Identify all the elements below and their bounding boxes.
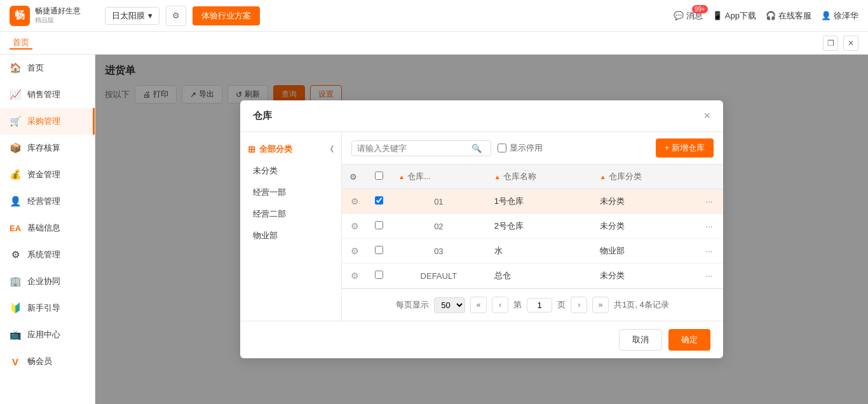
category-ops1[interactable]: 经营一部 (240, 182, 341, 203)
sidebar-item-app-center[interactable]: 📺 应用中心 (0, 321, 95, 348)
row-more-2[interactable]: ··· (698, 239, 723, 264)
category-panel: ⊞ 全部分类 《 未分类 经营一部 经营二部 物业部 (240, 132, 342, 321)
header-middle: 日太阳膜 ▾ ⚙ 体验行业方案 (105, 6, 674, 26)
row-num-0: 01 (391, 189, 487, 214)
notification-badge: 99+ (692, 5, 708, 13)
system-icon: ⚙ (10, 249, 21, 260)
table-row[interactable]: ⚙ DEFAULT 总仓 未分类 ··· (342, 264, 723, 288)
sidebar-item-basics[interactable]: EA 基础信息 (0, 215, 95, 241)
messages-button[interactable]: 💬 消息 99+ (674, 10, 703, 22)
sidebar-item-inventory[interactable]: 📦 库存核算 (0, 135, 95, 161)
sidebar-item-finance[interactable]: 💰 资金管理 (0, 161, 95, 188)
warehouse-modal: 仓库 × ⊞ 全部分类 《 未分类 经营一部 经营二部 (240, 100, 723, 358)
row-gear-1[interactable]: ⚙ (342, 214, 367, 239)
search-input[interactable] (357, 144, 471, 153)
app-download-button[interactable]: 📱 App下载 (712, 10, 756, 22)
sub-nav-home[interactable]: 首页 (10, 37, 32, 50)
row-category-3: 未分类 (592, 264, 698, 288)
sidebar-item-purchase[interactable]: 🛒 采购管理 (0, 108, 95, 135)
enterprise-icon: 🏢 (10, 276, 21, 287)
message-icon: 💬 (674, 11, 684, 20)
last-page-button[interactable]: » (592, 297, 609, 313)
home-icon: 🏠 (10, 62, 21, 74)
sub-nav: 首页 ❒ ✕ (0, 32, 868, 55)
prev-page-button[interactable]: ‹ (492, 297, 508, 313)
sidebar-label-purchase: 采购管理 (27, 116, 60, 127)
row-checkbox-1[interactable] (367, 214, 391, 239)
sidebar-label-home: 首页 (27, 62, 44, 74)
user-avatar: 👤 (821, 11, 831, 20)
row-category-0: 未分类 (592, 189, 698, 214)
row-more-1[interactable]: ··· (698, 214, 723, 239)
all-category-header[interactable]: ⊞ 全部分类 《 (240, 138, 341, 160)
finance-icon: 💰 (10, 169, 21, 180)
row-gear-2[interactable]: ⚙ (342, 239, 367, 264)
next-page-button[interactable]: › (571, 297, 587, 313)
table-row[interactable]: ⚙ 02 2号仓库 未分类 ··· (342, 214, 723, 239)
page-size-select[interactable]: 50 (434, 297, 465, 313)
page-size-label: 每页显示 (396, 299, 429, 311)
first-page-button[interactable]: « (470, 297, 487, 313)
inventory-icon: 📦 (10, 142, 21, 154)
category-property[interactable]: 物业部 (240, 225, 341, 246)
row-checkbox-0[interactable] (367, 189, 391, 214)
sidebar-item-operations[interactable]: 👤 经营管理 (0, 188, 95, 215)
sidebar-item-system[interactable]: ⚙ 系统管理 (0, 241, 95, 268)
sidebar-item-sales[interactable]: 📈 销售管理 (0, 81, 95, 108)
category-unclassified[interactable]: 未分类 (240, 160, 341, 182)
sidebar-label-guide: 新手引导 (27, 302, 60, 314)
table-body: ⚙ 01 1号仓库 未分类 ··· ⚙ 02 2号仓库 未分类 ··· ⚙ 03… (342, 189, 723, 288)
sidebar-item-member[interactable]: V 畅会员 (0, 348, 95, 375)
trial-button[interactable]: 体验行业方案 (193, 6, 260, 25)
sidebar-item-guide[interactable]: 🔰 新手引导 (0, 295, 95, 321)
modal-body: ⊞ 全部分类 《 未分类 经营一部 经营二部 物业部 (240, 132, 723, 321)
row-gear-0[interactable]: ⚙ (342, 189, 367, 214)
cancel-button[interactable]: 取消 (619, 329, 662, 351)
search-icon[interactable]: 🔍 (471, 144, 482, 153)
content-area: 进货单 按以下 🖨 打印 ↗ 导出 ↺ 刷新 查询 设置 仓库 (95, 55, 868, 404)
collapse-button[interactable]: 《 (326, 144, 334, 155)
close-button[interactable]: ✕ (843, 36, 858, 51)
th-actions (698, 165, 723, 189)
warehouse-table-area: ⚙ ▲ 仓库... (342, 165, 723, 288)
row-more-0[interactable]: ··· (698, 189, 723, 214)
user-menu[interactable]: 👤 徐泽华 (821, 10, 858, 22)
row-more-3[interactable]: ··· (698, 264, 723, 288)
row-checkbox-3[interactable] (367, 264, 391, 288)
modal-close-button[interactable]: × (703, 109, 710, 123)
store-selector[interactable]: 日太阳膜 ▾ (105, 7, 159, 25)
chevron-down-icon: ▾ (148, 11, 153, 20)
th-gear: ⚙ (342, 165, 367, 189)
sidebar: 🏠 首页 📈 销售管理 🛒 采购管理 📦 库存核算 💰 资金管理 👤 经营管理 … (0, 55, 95, 404)
sidebar-item-enterprise[interactable]: 🏢 企业协同 (0, 268, 95, 295)
show-disabled-checkbox[interactable] (498, 144, 506, 152)
sidebar-label-member: 畅会员 (27, 356, 52, 367)
online-service-button[interactable]: 🎧 在线客服 (766, 10, 811, 22)
confirm-button[interactable]: 确定 (668, 329, 710, 351)
row-num-1: 02 (391, 214, 487, 239)
sort-icon-cat: ▲ (600, 173, 606, 180)
window-controls: ❒ ✕ (823, 36, 858, 51)
grid-icon: ⊞ (248, 144, 255, 154)
gear-header-icon[interactable]: ⚙ (349, 172, 357, 182)
header-right: 💬 消息 99+ 📱 App下载 🎧 在线客服 👤 徐泽华 (674, 10, 858, 22)
restore-button[interactable]: ❒ (823, 36, 838, 51)
row-gear-3[interactable]: ⚙ (342, 264, 367, 288)
table-row[interactable]: ⚙ 01 1号仓库 未分类 ··· (342, 189, 723, 214)
sidebar-label-inventory: 库存核算 (27, 142, 60, 154)
select-all-checkbox[interactable] (375, 172, 383, 180)
sidebar-label-system: 系统管理 (27, 249, 60, 260)
purchase-icon: 🛒 (10, 116, 21, 127)
page-number-input[interactable] (527, 298, 552, 313)
headset-icon: 🎧 (766, 11, 776, 20)
th-category: ▲ 仓库分类 (592, 165, 698, 189)
page-label: 第 (513, 299, 522, 311)
total-records-label: 共1页, 4条记录 (614, 299, 669, 311)
settings-button[interactable]: ⚙ (166, 6, 186, 26)
table-row[interactable]: ⚙ 03 水 物业部 ··· (342, 239, 723, 264)
sidebar-item-home[interactable]: 🏠 首页 (0, 55, 95, 81)
row-checkbox-2[interactable] (367, 239, 391, 264)
category-ops2[interactable]: 经营二部 (240, 203, 341, 225)
add-warehouse-button[interactable]: + 新增仓库 (656, 138, 714, 158)
pagination: 每页显示 50 « ‹ 第 页 › » 共1页, 4条记录 (342, 288, 723, 321)
